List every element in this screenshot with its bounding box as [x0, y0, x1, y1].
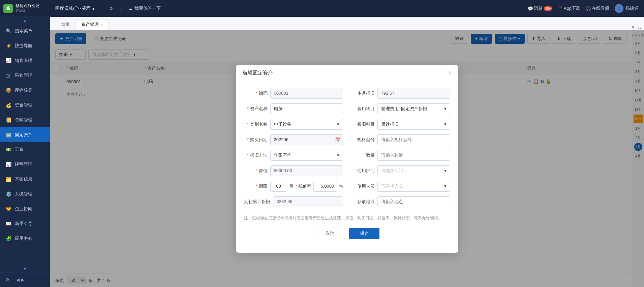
sidebar-scroll-up[interactable]: ▲	[0, 17, 50, 24]
phone-icon: 📱	[558, 6, 563, 11]
initial-dep-input[interactable]	[273, 196, 343, 207]
experience-icon: ☁	[128, 6, 132, 11]
avatar: 👤	[615, 4, 623, 13]
period-input[interactable]	[270, 181, 287, 192]
location-input[interactable]	[377, 196, 450, 207]
modal-overlay: 编辑固定资产 × 编码	[50, 30, 644, 287]
company-name: 医疗器械行业演示	[55, 5, 90, 11]
basic-icon: 🗂️	[5, 176, 11, 182]
sidebar-item-system[interactable]: ⚙️ 系统管理	[0, 187, 50, 201]
sidebar: 畅 畅捷通好业财 普及版 ▲ 🔍 搜索菜单 ⚡ 快捷导航 📈 销售管理 🛒 采购…	[0, 0, 50, 287]
app-download-button[interactable]: 📱 App下载	[558, 5, 580, 11]
sidebar-item-label-basic: 基础信息	[15, 176, 32, 182]
guide-icon: 📖	[5, 221, 11, 227]
finance-icon: 💰	[5, 102, 11, 108]
sidebar-item-search[interactable]: 🔍 搜索菜单	[0, 24, 50, 38]
sidebar-item-label-payroll: 工资	[15, 147, 24, 153]
sidebar-item-label-inventory: 库存核算	[15, 87, 32, 93]
window-close-icon[interactable]: ×	[632, 24, 635, 30]
message-button[interactable]: 💬 消息 99+	[528, 5, 552, 11]
tab-assets[interactable]: 资产管理 ×	[75, 19, 109, 30]
method-chevron-icon: ▾	[337, 153, 339, 158]
cancel-button[interactable]: 取消	[315, 228, 345, 239]
username: 畅捷通	[625, 5, 639, 11]
field-monthly-dep: 本月折旧	[351, 88, 450, 99]
sidebar-item-guide[interactable]: 📖 新手引导	[0, 216, 50, 231]
sidebar-item-quick[interactable]: ⚡ 快捷导航	[0, 38, 50, 53]
field-dep-subject: 折旧科目 累计折旧 ▾	[351, 119, 450, 130]
asset-name-input[interactable]	[270, 103, 343, 114]
code-input[interactable]	[270, 88, 343, 99]
online-service-button[interactable]: 🎧 在线客服	[586, 5, 609, 11]
main-area: 医疗器械行业演示 ▾ | ⚙ | ☁ 我要体验一下 💬 消息 99+ 📱 App…	[50, 0, 644, 287]
dialog-title: 编辑固定资产	[243, 70, 273, 76]
period-unit: 月	[289, 183, 294, 189]
tab-close-icon[interactable]: ×	[101, 23, 103, 27]
field-period: 期限 月 残值率 %	[244, 181, 343, 192]
residual-rate-input[interactable]	[313, 181, 337, 192]
spec-input[interactable]	[377, 134, 450, 145]
sidebar-item-operations[interactable]: 📊 经营管理	[0, 157, 50, 172]
person-dropdown[interactable]: 请选择人员 ▾	[377, 181, 450, 192]
form-left: 编码 资产名称 类别名称	[244, 88, 343, 207]
monthly-dep-label: 本月折旧	[351, 90, 375, 96]
expense-subject-dropdown[interactable]: 管理费用_固定资产折旧 ▾	[377, 103, 450, 114]
quantity-input[interactable]	[377, 150, 450, 161]
sidebar-item-assets[interactable]: 🏢 固定资产	[0, 127, 50, 142]
dialog-close-button[interactable]: ×	[448, 70, 451, 76]
payroll-icon: 💵	[5, 147, 11, 153]
expense-subject-value: 管理费用_固定资产折旧	[381, 106, 427, 112]
experience-label: 我要体验一下	[134, 5, 161, 11]
sidebar-item-basic[interactable]: 🗂️ 基础信息	[0, 172, 50, 187]
dep-subject-dropdown[interactable]: 累计折旧 ▾	[377, 119, 450, 130]
sidebar-item-apps[interactable]: 🧩 应用中心	[0, 231, 50, 246]
sidebar-item-payroll[interactable]: 💵 工资	[0, 142, 50, 157]
sidebar-item-label-ledger: 总账管理	[15, 117, 32, 123]
app-name: 畅捷通好业财	[16, 3, 40, 9]
sidebar-scroll-down[interactable]: ▼	[0, 265, 50, 272]
field-original-value: 原值	[244, 165, 343, 176]
purchase-date-input[interactable]	[270, 134, 343, 145]
sidebar-item-purchase[interactable]: 🛒 采购管理	[0, 68, 50, 83]
topbar: 医疗器械行业演示 ▾ | ⚙ | ☁ 我要体验一下 💬 消息 99+ 📱 App…	[50, 0, 644, 17]
sidebar-item-collab[interactable]: 🤝 企业协同	[0, 201, 50, 216]
app-edition: 普及版	[16, 8, 40, 13]
depreciation-method-label: 折旧方法	[244, 152, 268, 158]
department-dropdown[interactable]: 请选择部门 ▾	[377, 165, 450, 176]
tab-home[interactable]: 首页	[55, 19, 75, 30]
experience-button[interactable]: ☁ 我要体验一下	[128, 5, 161, 11]
sidebar-item-inventory[interactable]: 📦 库存核算	[0, 83, 50, 98]
purchase-date-wrapper: 📅	[270, 134, 343, 145]
window-expand-icon[interactable]: ⛶	[637, 25, 641, 29]
field-expense-subject: 费用科目 管理费用_固定资产折旧 ▾	[351, 103, 450, 114]
field-quantity: 数量	[351, 150, 450, 161]
depreciation-method-dropdown[interactable]: 年限平均 ▾	[270, 150, 343, 161]
field-initial-dep: 期初累计折旧	[244, 196, 343, 207]
company-selector[interactable]: 医疗器械行业演示 ▾	[55, 5, 95, 11]
company-dropdown-icon: ▾	[92, 6, 95, 11]
monthly-dep-input[interactable]	[377, 88, 450, 99]
field-department: 使用部门 请选择部门 ▾	[351, 165, 450, 176]
original-value-input[interactable]	[270, 165, 343, 176]
app-info: 畅捷通好业财 普及版	[16, 3, 40, 13]
collapse-icon[interactable]: ◀ ▶	[16, 277, 24, 282]
category-dropdown[interactable]: 电子设备 ▾	[270, 119, 343, 130]
settings-icon[interactable]: ⚙	[5, 277, 9, 282]
category-chevron-icon: ▾	[337, 122, 339, 127]
settings-gear-icon[interactable]: ⚙	[109, 6, 113, 11]
tabbar: 首页 资产管理 × × ⛶	[50, 17, 644, 30]
dept-chevron-icon: ▾	[444, 168, 447, 173]
message-badge: 99+	[544, 6, 552, 11]
sidebar-item-ledger[interactable]: 📒 总账管理	[0, 113, 50, 127]
depreciation-method-value: 年限平均	[274, 152, 292, 158]
edit-asset-dialog: 编辑固定资产 × 编码	[236, 65, 458, 253]
residual-rate-label: 残值率	[296, 183, 312, 189]
sidebar-item-sales[interactable]: 📈 销售管理	[0, 53, 50, 68]
apps-icon: 🧩	[5, 235, 11, 242]
sidebar-item-finance[interactable]: 💰 资金管理	[0, 98, 50, 113]
message-label: 消息	[534, 5, 543, 11]
assets-icon: 🏢	[5, 132, 11, 138]
save-button[interactable]: 保存	[349, 228, 379, 239]
period-residual-row: 月 残值率 %	[270, 181, 343, 192]
sidebar-menu: 🔍 搜索菜单 ⚡ 快捷导航 📈 销售管理 🛒 采购管理 📦 库存核算 💰 资金管…	[0, 24, 50, 265]
